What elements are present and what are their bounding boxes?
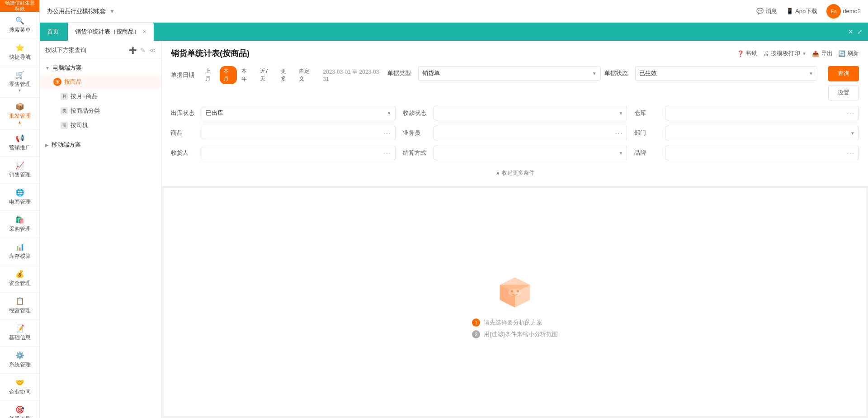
payment-status-label: 收款状态 [403,109,430,117]
avatar-initials: Ea [831,9,837,14]
sidebar-item-label: 经营管理 [9,307,31,314]
sidebar-item-basic-info[interactable]: 📝 基础信息 [0,319,39,347]
date-tab-custom[interactable]: 自定义 [295,66,317,84]
sidebar-item-purchase-mgmt[interactable]: 🛍️ 采购管理 [0,211,39,238]
edit-scheme-icon[interactable]: ✎ [140,47,146,54]
home-tab-label: 首页 [47,28,59,36]
salesperson-control[interactable]: ··· [434,126,627,140]
collapse-up-icon: ∧ [496,170,500,176]
scheme-item-by-month-product[interactable]: 月 按月+商品 [40,89,161,104]
logo-subtext: 标账 [15,6,25,12]
print-icon: 🖨 [763,50,769,57]
date-tab-last-month[interactable]: 上月 [202,66,219,84]
retail-icon: 🛒 [15,71,24,79]
sidebar-item-wholesale-mgmt[interactable]: 📦 批发管理 ▲ [0,98,39,129]
window-maximize-icon[interactable]: ⤢ [857,28,863,35]
export-label: 导出 [821,49,833,57]
help-icon: ❓ [737,50,744,57]
app-download-btn[interactable]: 📱 App下载 [786,7,817,15]
date-tab-this-month[interactable]: 本月 [220,66,237,84]
logo-text: 畅捷信好生意 [5,0,35,6]
collapse-panel-icon[interactable]: ≪ [149,47,156,54]
receiver-control[interactable]: ··· [202,146,396,160]
scheme-item-by-clerk[interactable]: 司 按司机 [40,118,161,133]
sidebar-item-label: 批发管理 [9,112,31,120]
purchase-icon: 🛍️ [15,215,24,224]
sidebar-item-label: 新手引导 [9,415,31,418]
collapse-row: ∧ 收起更多条件 [171,166,859,179]
sidebar-item-ecommerce-mgmt[interactable]: 🌐 电商管理 [0,184,39,211]
salesperson-label: 业务员 [403,129,430,137]
finance-icon: 💰 [15,270,24,278]
sidebar-item-label: 快捷导航 [9,53,31,61]
sidebar-item-quick-nav[interactable]: ⭐ 快捷导航 [0,39,39,66]
payment-method-control[interactable]: ▼ [434,146,627,160]
doc-status-control[interactable]: 已生效 ▼ [635,66,817,81]
sidebar-item-operations-mgmt[interactable]: 📋 经营管理 [0,292,39,319]
sidebar-item-beginner-guide[interactable]: 🎯 新手引导 [0,401,39,418]
payment-method-arrow-icon: ▼ [618,151,623,156]
scheme-group-desktop-label: 电脑端方案 [52,64,82,72]
message-btn[interactable]: 💬 消息 [756,7,777,15]
help-label: 帮助 [746,49,758,57]
empty-tip-2: 2 用[过滤]条件来缩小分析范围 [472,330,557,338]
date-tab-7days[interactable]: 近7天 [256,66,276,84]
doc-type-control[interactable]: 销货单 ▼ [418,66,600,81]
tab-sales-stat[interactable]: 销货单统计表（按商品） ✕ [68,23,154,41]
scheme-item-label: 按商品分类 [71,107,100,115]
sidebar-item-finance-mgmt[interactable]: 💰 资金管理 [0,265,39,292]
scheme-sub-icon-clerk: 司 [61,122,68,129]
logo: 畅捷信好生意 标账 [0,0,39,12]
brand-control[interactable]: ··· [665,146,859,160]
payment-status-control[interactable]: ▼ [434,106,627,120]
user-avatar-btn[interactable]: Ea demo2 [826,4,861,19]
query-button[interactable]: 查询 [828,66,859,81]
sidebar-item-retail-mgmt[interactable]: 🛒 零售管理 ▼ [0,66,39,98]
data-area: 1 请先选择要分析的方案 2 用[过滤]条件来缩小分析范围 [164,188,866,416]
export-btn[interactable]: 📤 导出 [812,49,833,57]
template-print-btn[interactable]: 🖨 按模板打印 ▼ [763,49,807,57]
set-button[interactable]: 设置 [828,85,859,100]
warehouse-control[interactable]: ··· [665,106,859,120]
sidebar-item-label: 搜索菜单 [9,26,31,34]
sidebar-item-search-menu[interactable]: 🔍 搜索菜单 [0,12,39,39]
refresh-btn[interactable]: 🔄 刷新 [838,49,859,57]
right-panel: 销货单统计表(按商品) ❓ 帮助 🖨 按模板打印 ▼ 📤 [162,41,868,418]
header-right: 💬 消息 📱 App下载 Ea demo2 [756,4,861,19]
top-header: 办公用品行业模拟账套 ▼ 💬 消息 📱 App下载 Ea demo2 [40,0,868,23]
scheme-item-by-product-category[interactable]: 类 按商品分类 [40,104,161,118]
tab-home[interactable]: 首页 [40,23,66,41]
scheme-group-mobile-header[interactable]: ▶ 移动端方案 [40,138,161,152]
scheme-group-desktop-header[interactable]: ▼ 电脑端方案 [40,61,161,75]
tab-close-icon[interactable]: ✕ [142,29,146,35]
sidebar-item-label: 销售管理 [9,171,31,179]
department-control[interactable]: ▼ [665,126,859,140]
out-status-control[interactable]: 已出库 ▼ [202,106,396,120]
scheme-dot-icon: 按 [53,78,61,86]
sidebar-item-label: 系统管理 [9,361,31,369]
sidebar-item-inventory-check[interactable]: 📊 库存核算 [0,238,39,265]
sidebar-item-sales-mgmt[interactable]: 📈 销售管理 [0,157,39,184]
window-close-icon[interactable]: ✕ [848,28,854,35]
left-panel-header: 按以下方案查询 ➕ ✎ ≪ [40,41,161,58]
filter-area: 销货单统计表(按商品) ❓ 帮助 🖨 按模板打印 ▼ 📤 [162,41,868,186]
quick-nav-icon: ⭐ [15,43,24,52]
date-tab-more[interactable]: 更多 [277,66,294,84]
add-scheme-icon[interactable]: ➕ [129,47,137,54]
empty-tip-1: 1 请先选择要分析的方案 [472,318,557,327]
date-tab-this-year[interactable]: 本年 [238,66,255,84]
sidebar-item-system-mgmt[interactable]: ⚙️ 系统管理 [0,347,39,374]
sales-stat-tab-label: 销货单统计表（按商品） [75,28,140,36]
collapse-btn[interactable]: ∧ 收起更多条件 [491,167,540,179]
payment-status-arrow-icon: ▼ [618,111,623,116]
scheme-item-by-product[interactable]: 按 按商品 [40,75,161,89]
help-btn[interactable]: ❓ 帮助 [737,49,758,57]
empty-tip-1-text: 请先选择要分析的方案 [484,318,542,327]
product-control[interactable]: ··· [202,126,396,140]
page-title-row: 销货单统计表(按商品) ❓ 帮助 🖨 按模板打印 ▼ 📤 [171,48,859,59]
left-panel-title: 按以下方案查询 [45,46,86,54]
header-left: 办公用品行业模拟账套 ▼ [47,7,115,15]
sidebar-item-enterprise-coop[interactable]: 🤝 企业协同 [0,374,39,401]
svg-point-4 [511,290,513,292]
sidebar-item-marketing[interactable]: 📢 营销推广 [0,129,39,157]
